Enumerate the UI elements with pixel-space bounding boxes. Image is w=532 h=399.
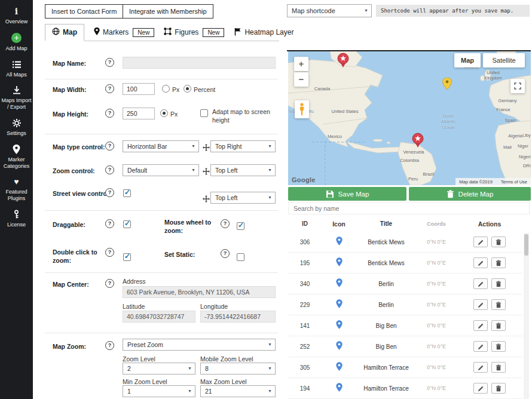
terms-of-use-link[interactable]: Terms of Use	[501, 179, 527, 185]
width-percent-label: Percent	[194, 86, 215, 93]
sidebar-item-settings[interactable]: Settings	[0, 114, 33, 140]
max-zoom-select[interactable]: 21	[200, 385, 276, 397]
delete-marker-button[interactable]	[491, 362, 506, 373]
search-input[interactable]	[288, 202, 530, 214]
zoom-out-button[interactable]	[294, 72, 308, 87]
help-icon[interactable]	[105, 109, 114, 118]
map-type-position-select[interactable]: Top Right	[210, 140, 276, 152]
pin-yellow-map-marker[interactable]	[442, 78, 452, 92]
table-row[interactable]: 252 Big Ben 0°N 0°E	[288, 336, 522, 357]
zoom-in-button[interactable]	[294, 57, 308, 71]
map-shortcode-select[interactable]: Map shortcode	[287, 4, 372, 17]
tab-markers[interactable]: Markers New	[94, 27, 154, 37]
set-static-checkbox[interactable]	[237, 253, 244, 261]
table-row[interactable]: 229 Berlin 0°N 0°E	[288, 294, 522, 315]
help-icon[interactable]	[105, 248, 114, 257]
sidebar-item-label: Settings	[0, 130, 33, 137]
table-row[interactable]: 340 Berlin 0°N 0°E	[288, 274, 522, 294]
zoom-control-select[interactable]: Default	[123, 164, 199, 176]
sidebar-item-license[interactable]: License	[0, 205, 33, 232]
save-map-button[interactable]: Save Map	[288, 187, 406, 201]
map-type-select[interactable]: Horizontal Bar	[123, 140, 199, 152]
scrollbar-thumb[interactable]	[524, 234, 528, 256]
delete-map-label: Delete Map	[458, 191, 494, 198]
delete-marker-button[interactable]	[491, 341, 506, 352]
help-icon[interactable]	[221, 219, 230, 228]
street-view-checkbox[interactable]	[123, 189, 131, 197]
mobile-zoom-select[interactable]: 8	[200, 363, 276, 375]
height-px-radio[interactable]	[160, 109, 168, 117]
edit-marker-button[interactable]	[473, 278, 488, 289]
table-row[interactable]: 141 Big Ben 0°N 0°E	[288, 315, 522, 336]
star-red-map-marker[interactable]	[412, 133, 424, 151]
draggable-checkbox[interactable]	[123, 220, 131, 228]
edit-marker-button[interactable]	[473, 341, 488, 352]
select-value: Preset Zoom	[127, 341, 163, 348]
map-preview[interactable]: CanadaUnited StatesMexicoIcelandSwedenNo…	[288, 51, 531, 185]
zoom-position-select[interactable]: Top Left	[210, 164, 276, 176]
delete-marker-button[interactable]	[491, 320, 506, 331]
help-icon[interactable]	[105, 165, 114, 174]
map-width-input[interactable]	[123, 83, 155, 95]
tab-figures[interactable]: Figures New	[164, 27, 224, 37]
delete-marker-button[interactable]	[491, 278, 506, 289]
tab-map[interactable]: Map	[45, 24, 84, 41]
mouse-wheel-checkbox[interactable]	[237, 222, 244, 230]
delete-marker-button[interactable]	[491, 257, 506, 268]
edit-marker-button[interactable]	[473, 383, 488, 394]
latitude-input[interactable]	[123, 311, 195, 323]
star-red-map-marker[interactable]	[337, 53, 349, 70]
zoom-level-select[interactable]: 2	[123, 363, 195, 375]
help-icon[interactable]	[105, 341, 114, 350]
sidebar-item-maps-import-export[interactable]: Maps Import / Export	[0, 81, 33, 114]
table-row[interactable]: 195 Bentick Mews 0°N 0°E	[288, 253, 522, 274]
double-click-checkbox[interactable]	[123, 253, 131, 261]
zoom-preset-select[interactable]: Preset Zoom	[123, 339, 276, 351]
table-row[interactable]: 194 Hamilton Terrace 0°N 0°E	[288, 378, 522, 399]
help-icon[interactable]	[105, 219, 114, 228]
help-icon[interactable]	[105, 142, 114, 151]
help-icon[interactable]	[221, 249, 230, 258]
edit-marker-button[interactable]	[473, 299, 488, 310]
map-type-satellite-button[interactable]: Satellite	[483, 53, 525, 67]
pegman-street-view[interactable]	[295, 100, 309, 118]
delete-marker-button[interactable]	[491, 237, 506, 247]
width-px-label: Px	[172, 86, 179, 93]
edit-marker-button[interactable]	[473, 362, 488, 373]
tab-heatmap-layer[interactable]: Heatmap Layer	[234, 27, 293, 38]
header-id[interactable]: ID	[288, 220, 322, 227]
longitude-input[interactable]	[200, 311, 276, 323]
width-px-radio[interactable]	[162, 85, 170, 93]
fullscreen-button[interactable]	[510, 79, 525, 93]
pencil-icon	[478, 364, 484, 371]
sidebar-item-featured-plugins[interactable]: Featured Plugins	[0, 173, 33, 205]
edit-marker-button[interactable]	[473, 257, 488, 268]
delete-marker-button[interactable]	[491, 383, 506, 394]
integrate-membership-button[interactable]: Integrate with Membership	[123, 4, 213, 19]
address-input[interactable]	[123, 286, 276, 298]
sidebar-item-all-maps[interactable]: All Maps	[0, 56, 33, 82]
sidebar-item-marker-categories[interactable]: Marker Categories	[0, 140, 33, 173]
street-view-position-select[interactable]: Top Left	[210, 192, 276, 204]
help-icon[interactable]	[105, 279, 114, 288]
width-percent-radio[interactable]	[184, 85, 191, 93]
sidebar-item-add-map[interactable]: Add Map	[0, 29, 33, 56]
adapt-height-checkbox[interactable]	[200, 109, 208, 117]
help-icon[interactable]	[105, 84, 114, 93]
delete-marker-button[interactable]	[491, 299, 506, 310]
header-title[interactable]: Title	[356, 220, 416, 227]
map-height-input[interactable]	[123, 108, 155, 119]
delete-map-button[interactable]: Delete Map	[409, 187, 531, 201]
help-icon[interactable]	[105, 58, 114, 67]
edit-marker-button[interactable]	[473, 320, 488, 331]
table-row[interactable]: 306 Bentick Mews 0°N 0°E	[288, 232, 522, 253]
sidebar-item-overview[interactable]: Overview	[0, 2, 33, 29]
map-type-map-button[interactable]: Map	[454, 53, 481, 67]
table-row[interactable]: 305 Hamilton Terrace 0°N 0°E	[288, 357, 522, 378]
edit-marker-button[interactable]	[473, 237, 488, 247]
min-zoom-select[interactable]: 1	[123, 385, 195, 397]
insert-contact-form-button[interactable]: Insert to Contact Form	[45, 4, 123, 19]
scrollbar-track[interactable]	[524, 233, 529, 399]
help-icon[interactable]	[105, 188, 114, 197]
map-name-input[interactable]	[123, 57, 276, 69]
